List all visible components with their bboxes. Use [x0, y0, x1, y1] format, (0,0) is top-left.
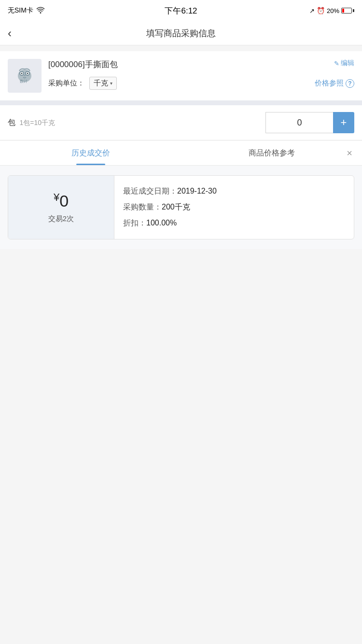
price-ref-help-icon: ? — [346, 79, 354, 88]
detail-date-label: 最近成交日期： — [123, 187, 177, 195]
gps-icon: ↗ — [309, 7, 315, 14]
svg-rect-7 — [24, 75, 26, 76]
quantity-label-area: 包 1包=10千克 — [8, 118, 55, 128]
product-name: [0000006]手撕面包 — [48, 59, 118, 70]
price-reference-button[interactable]: 价格参照 ? — [315, 79, 354, 88]
detail-discount-row: 折扣：100.00% — [123, 218, 345, 228]
detail-date-row: 最近成交日期：2019-12-30 — [123, 186, 345, 196]
status-time: 下午6:12 — [165, 5, 197, 16]
tabs-bar: 历史成交价 商品价格参考 × — [0, 140, 362, 166]
bottom-panel: 历史成交价 商品价格参考 × ¥0 交易2次 最近成交日期：2019-12-30 — [0, 140, 362, 249]
price-amount: 0 — [59, 192, 69, 210]
unit-selector-area: 采购单位： 千克 ▾ — [48, 77, 117, 90]
product-details: [0000006]手撕面包 ✎ 编辑 采购单位： 千克 ▾ 价格参照 ? — [48, 59, 354, 90]
alarm-icon: ⏰ — [317, 7, 325, 14]
detail-discount-value: 100.00% — [146, 219, 177, 227]
quantity-controls: 0 + — [265, 112, 354, 133]
edit-icon: ✎ — [334, 60, 339, 67]
tab-history-price[interactable]: 历史成交价 — [0, 140, 181, 165]
status-bar: 无SIM卡 下午6:12 ↗ ⏰ 20% — [0, 0, 362, 21]
price-currency-symbol: ¥ — [54, 191, 59, 203]
wifi-icon — [36, 7, 45, 15]
tab-close-button[interactable]: × — [345, 145, 354, 160]
plus-icon: + — [341, 116, 347, 129]
price-ref-label: 价格参照 — [315, 79, 344, 88]
back-button[interactable]: ‹ — [8, 27, 16, 40]
product-title-row: [0000006]手撕面包 ✎ 编辑 — [48, 59, 354, 70]
svg-point-5 — [21, 72, 23, 74]
tab-product-price-ref[interactable]: 商品价格参考 — [181, 140, 362, 165]
quantity-value: 0 — [297, 118, 302, 128]
history-content: ¥0 交易2次 最近成交日期：2019-12-30 采购数量：200千克 折扣：… — [0, 166, 362, 249]
tab-active-underline — [76, 164, 105, 165]
product-card: 数计 [0000006]手撕面包 ✎ 编辑 采购单位： 千克 ▾ 价格参照 ? — [0, 51, 362, 100]
detail-quantity-value: 200千克 — [162, 203, 190, 211]
history-card: ¥0 交易2次 最近成交日期：2019-12-30 采购数量：200千克 折扣：… — [8, 175, 354, 239]
quantity-row: 包 1包=10千克 0 + — [0, 105, 362, 140]
product-image: 数计 — [8, 59, 42, 93]
detail-quantity-row: 采购数量：200千克 — [123, 202, 345, 212]
battery-indicator — [341, 8, 354, 14]
status-left: 无SIM卡 — [8, 6, 45, 15]
detail-date-value: 2019-12-30 — [177, 187, 217, 195]
quantity-package-label: 包 — [8, 118, 15, 126]
unit-select[interactable]: 千克 ▾ — [89, 77, 117, 90]
divider — [0, 100, 362, 105]
page-title: 填写商品采购信息 — [146, 28, 216, 39]
unit-dropdown-arrow-icon: ▾ — [110, 81, 112, 86]
detail-quantity-label: 采购数量： — [123, 203, 162, 211]
tab-history-label: 历史成交价 — [71, 149, 110, 157]
svg-text:数计: 数计 — [20, 79, 28, 84]
history-details: 最近成交日期：2019-12-30 采购数量：200千克 折扣：100.00% — [114, 176, 354, 239]
history-trades-count: 交易2次 — [48, 214, 74, 224]
tab-price-ref-label: 商品价格参考 — [249, 149, 295, 157]
quantity-input[interactable]: 0 — [265, 112, 333, 133]
status-right: ↗ ⏰ 20% — [309, 7, 354, 14]
quantity-plus-button[interactable]: + — [333, 112, 354, 133]
unit-label: 采购单位： — [48, 79, 84, 87]
unit-value: 千克 — [94, 79, 108, 88]
edit-label: 编辑 — [341, 59, 354, 68]
history-price-summary: ¥0 交易2次 — [8, 176, 114, 239]
detail-discount-label: 折扣： — [123, 219, 146, 227]
product-thumbnail-icon: 数计 — [14, 64, 35, 88]
nav-bar: ‹ 填写商品采购信息 — [0, 21, 362, 45]
svg-point-6 — [27, 72, 28, 74]
history-price-value: ¥0 — [54, 191, 69, 210]
battery-percent: 20% — [327, 7, 339, 14]
signal-text: 无SIM卡 — [8, 6, 33, 15]
edit-button[interactable]: ✎ 编辑 — [334, 59, 354, 68]
product-unit-row: 采购单位： 千克 ▾ 价格参照 ? — [48, 77, 354, 90]
quantity-conversion-label: 1包=10千克 — [19, 119, 55, 126]
